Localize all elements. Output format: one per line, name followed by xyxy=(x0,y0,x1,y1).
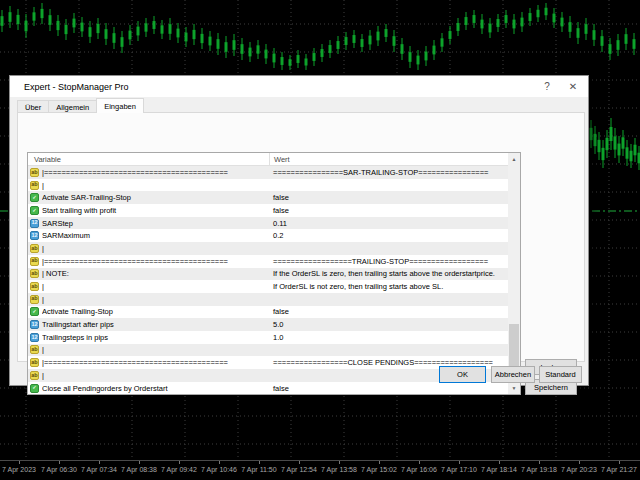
scroll-up-icon[interactable]: ▲ xyxy=(508,153,520,165)
time-label: 7 Apr 17:10 xyxy=(441,466,477,473)
string-type-icon: ab xyxy=(30,358,39,367)
inputs-table: Variable Wert ab|=======================… xyxy=(27,152,521,395)
table-row[interactable]: ab| xyxy=(28,344,510,357)
string-type-icon: ab xyxy=(30,345,39,354)
time-label: 7 Apr 09:42 xyxy=(161,466,197,473)
variable-cell[interactable]: | xyxy=(42,282,266,291)
table-row[interactable]: ab| xyxy=(28,293,510,306)
variable-cell[interactable]: |=======================================… xyxy=(42,358,266,367)
time-label: 7 Apr 16:06 xyxy=(401,466,437,473)
string-type-icon: ab xyxy=(30,168,39,177)
axis-tick xyxy=(19,461,20,464)
bool-type-icon: ✓ xyxy=(30,384,39,393)
axis-tick xyxy=(499,461,500,464)
column-header-variable: Variable xyxy=(34,153,61,166)
value-cell[interactable]: false xyxy=(269,384,507,393)
variable-cell[interactable]: SARStep xyxy=(42,219,266,228)
variable-cell[interactable]: Trailingstart after pips xyxy=(42,320,266,329)
value-cell[interactable]: false xyxy=(269,307,507,316)
variable-cell[interactable]: Activate Trailing-Stop xyxy=(42,307,266,316)
time-label: 7 Apr 21:27 xyxy=(601,466,637,473)
table-row[interactable]: ✓Start trailing with profitfalse xyxy=(28,204,510,217)
axis-tick xyxy=(619,461,620,464)
variable-cell[interactable]: | xyxy=(42,371,266,380)
time-axis: 7 Apr 20237 Apr 06:307 Apr 07:347 Apr 08… xyxy=(0,460,640,480)
time-label: 7 Apr 08:38 xyxy=(121,466,157,473)
variable-cell[interactable]: | xyxy=(42,295,266,304)
value-cell[interactable]: If OrderSL is not zero, then trailing st… xyxy=(269,282,507,291)
table-row[interactable]: ab| xyxy=(28,369,510,382)
value-cell[interactable]: 1.0 xyxy=(269,333,507,342)
vertical-scrollbar[interactable]: ▲ ▼ xyxy=(508,153,520,394)
value-cell[interactable]: false xyxy=(269,193,507,202)
axis-tick xyxy=(539,461,540,464)
variable-cell[interactable]: Close all Pendingorders by Orderstart xyxy=(42,384,266,393)
value-cell[interactable]: 5.0 xyxy=(269,320,507,329)
value-cell[interactable]: 0.11 xyxy=(269,219,507,228)
tab-eingaben[interactable]: Eingaben xyxy=(96,98,144,113)
time-label: 7 Apr 20:23 xyxy=(561,466,597,473)
ok-button[interactable]: OK xyxy=(439,366,486,383)
axis-tick xyxy=(299,461,300,464)
number-type-icon: 12 xyxy=(30,333,39,342)
cancel-button[interactable]: Abbrechen xyxy=(491,366,535,383)
help-icon[interactable]: ? xyxy=(534,76,560,97)
table-row[interactable]: ab|If OrderSL is not zero, then trailing… xyxy=(28,280,510,293)
time-label: 7 Apr 19:18 xyxy=(521,466,557,473)
axis-tick xyxy=(139,461,140,464)
table-row[interactable]: 12SARStep0.11 xyxy=(28,217,510,230)
time-label: 7 Apr 13:58 xyxy=(321,466,357,473)
table-row[interactable]: ab| NOTE:If the OrderSL is zero, then tr… xyxy=(28,268,510,281)
axis-tick xyxy=(459,461,460,464)
table-row[interactable]: 12Trailingsteps in pips1.0 xyxy=(28,331,510,344)
time-label: 7 Apr 12:54 xyxy=(281,466,317,473)
value-cell[interactable]: If the OrderSL is zero, then trailing st… xyxy=(269,269,507,278)
value-cell[interactable]: ================SAR-TRAILING-STOP=======… xyxy=(269,168,507,177)
variable-cell[interactable]: | xyxy=(42,244,266,253)
dialog-titlebar[interactable]: Expert - StopManager Pro ? ✕ xyxy=(10,76,588,97)
variable-cell[interactable]: Trailingsteps in pips xyxy=(42,333,266,342)
time-label: 7 Apr 11:50 xyxy=(241,466,276,473)
string-type-icon: ab xyxy=(30,371,39,380)
standard-button[interactable]: Standard xyxy=(539,366,582,383)
scroll-down-icon[interactable]: ▼ xyxy=(508,382,520,394)
variable-cell[interactable]: | NOTE: xyxy=(42,269,266,278)
variable-cell[interactable]: Start trailing with profit xyxy=(42,206,266,215)
table-row[interactable]: ab|=====================================… xyxy=(28,166,510,179)
axis-tick xyxy=(419,461,420,464)
table-row[interactable]: ✓Activate Trailing-Stopfalse xyxy=(28,306,510,319)
variable-cell[interactable]: | xyxy=(42,181,266,190)
table-row[interactable]: ab|=====================================… xyxy=(28,356,510,369)
expert-properties-dialog: Expert - StopManager Pro ? ✕ ÜberAllgeme… xyxy=(9,75,589,386)
table-row[interactable]: ab| xyxy=(28,179,510,192)
axis-tick xyxy=(179,461,180,464)
bool-type-icon: ✓ xyxy=(30,307,39,316)
variable-cell[interactable]: | xyxy=(42,345,266,354)
value-cell[interactable]: 0.2 xyxy=(269,231,507,240)
value-cell[interactable]: ==================TRAILING-STOP=========… xyxy=(269,257,507,266)
time-label: 7 Apr 10:46 xyxy=(201,466,237,473)
number-type-icon: 12 xyxy=(30,231,39,240)
variable-cell[interactable]: SARMaximum xyxy=(42,231,266,240)
number-type-icon: 12 xyxy=(30,219,39,228)
time-label: 7 Apr 06:30 xyxy=(41,466,77,473)
string-type-icon: ab xyxy=(30,269,39,278)
value-cell[interactable]: false xyxy=(269,206,507,215)
table-row[interactable]: 12Trailingstart after pips5.0 xyxy=(28,318,510,331)
string-type-icon: ab xyxy=(30,282,39,291)
axis-tick xyxy=(379,461,380,464)
axis-tick xyxy=(339,461,340,464)
time-label: 7 Apr 07:34 xyxy=(81,466,117,473)
table-row[interactable]: ab|=====================================… xyxy=(28,255,510,268)
variable-cell[interactable]: |=======================================… xyxy=(42,257,266,266)
time-label: 7 Apr 18:14 xyxy=(481,466,517,473)
table-row[interactable]: 12SARMaximum0.2 xyxy=(28,229,510,242)
table-row[interactable]: ✓Close all Pendingorders by Orderstartfa… xyxy=(28,382,510,395)
variable-cell[interactable]: Activate SAR-Trailing-Stop xyxy=(42,193,266,202)
close-icon[interactable]: ✕ xyxy=(560,76,586,97)
table-row[interactable]: ab| xyxy=(28,242,510,255)
table-row[interactable]: ✓Activate SAR-Trailing-Stopfalse xyxy=(28,191,510,204)
string-type-icon: ab xyxy=(30,295,39,304)
variable-cell[interactable]: |=======================================… xyxy=(42,168,266,177)
bool-type-icon: ✓ xyxy=(30,193,39,202)
